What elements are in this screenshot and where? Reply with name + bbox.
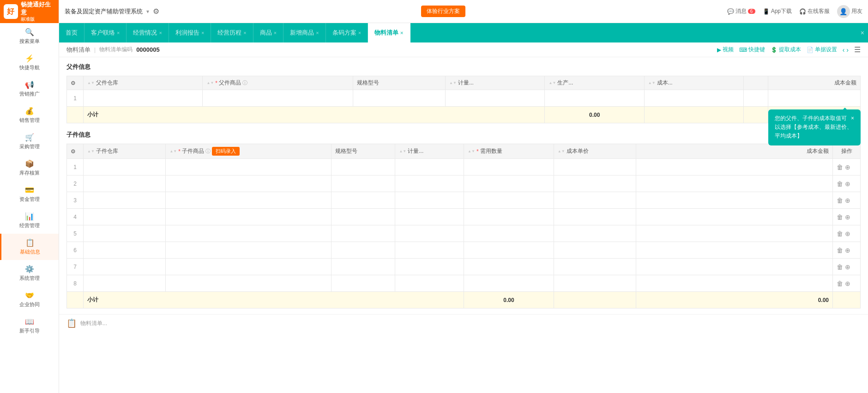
- sidebar-item-marketing[interactable]: 📢 营销推广: [0, 76, 59, 102]
- child-sort4[interactable]: ▲▼: [468, 150, 475, 153]
- tooltip-close-btn[interactable]: ×: [851, 114, 854, 123]
- child-sort5[interactable]: ▲▼: [558, 150, 565, 153]
- sort-icon[interactable]: ▲▼: [87, 81, 95, 85]
- tab-profit[interactable]: 利润报告 ×: [169, 23, 211, 42]
- sidebar-item-search[interactable]: 🔍 搜索菜单: [0, 23, 59, 49]
- child-r5-warehouse[interactable]: [84, 225, 166, 242]
- child-r3-goods[interactable]: [166, 192, 332, 209]
- sidebar-item-shortcut[interactable]: ⚡ 快捷导航: [0, 49, 59, 76]
- sidebar-item-collab[interactable]: 🤝 企业协同: [0, 286, 59, 313]
- sidebar-item-system[interactable]: ⚙️ 系统管理: [0, 260, 59, 286]
- child-r4-unit-cost[interactable]: [554, 209, 636, 225]
- sidebar-item-finance[interactable]: 💳 资金管理: [0, 181, 59, 207]
- delete-icon-r7[interactable]: 🗑: [837, 263, 843, 271]
- child-r8-warehouse[interactable]: [84, 275, 166, 292]
- parent-cell-cost[interactable]: [644, 90, 743, 107]
- sidebar-item-purchase[interactable]: 🛒 采购管理: [0, 128, 59, 155]
- tab-profit-close[interactable]: ×: [201, 30, 204, 36]
- child-r3-qty[interactable]: [464, 192, 554, 209]
- child-r5-goods[interactable]: [166, 225, 332, 242]
- sidebar-item-operations[interactable]: 📊 经营管理: [0, 207, 59, 234]
- child-r6-goods[interactable]: [166, 242, 332, 259]
- child-r5-spec[interactable]: [332, 225, 395, 242]
- tab-barcode-close[interactable]: ×: [358, 30, 361, 36]
- child-col-settings[interactable]: ⚙: [67, 144, 84, 159]
- delete-icon-r4[interactable]: 🗑: [837, 213, 843, 221]
- child-r7-unit[interactable]: [395, 259, 464, 275]
- child-r6-warehouse[interactable]: [84, 242, 166, 259]
- tab-barcode[interactable]: 条码方案 ×: [326, 23, 368, 42]
- app-download-tool[interactable]: 📱 App下载: [763, 7, 792, 15]
- shortcut-btn[interactable]: ⌨ 快捷键: [739, 46, 765, 54]
- child-r2-spec[interactable]: [332, 175, 395, 192]
- tab-bom[interactable]: 物料清单 ×: [368, 23, 410, 42]
- delete-icon-r3[interactable]: 🗑: [837, 197, 843, 204]
- child-r4-spec[interactable]: [332, 209, 395, 225]
- copy-icon-r4[interactable]: ⊕: [845, 213, 850, 221]
- child-r8-unit-cost[interactable]: [554, 275, 636, 292]
- copy-icon-r5[interactable]: ⊕: [845, 230, 850, 237]
- child-r2-unit[interactable]: [395, 175, 464, 192]
- child-r6-spec[interactable]: [332, 242, 395, 259]
- online-service-tool[interactable]: 🎧 在线客服: [799, 7, 830, 15]
- child-r1-unit-cost[interactable]: [554, 159, 636, 175]
- child-r4-unit[interactable]: [395, 209, 464, 225]
- child-r3-unit[interactable]: [395, 192, 464, 209]
- child-r1-warehouse[interactable]: [84, 159, 166, 175]
- extract-cost-btn[interactable]: 💲 提取成本: [771, 46, 801, 54]
- parent-cell-warehouse[interactable]: [84, 90, 203, 107]
- tab-operations-close[interactable]: ×: [159, 30, 162, 36]
- child-r5-qty[interactable]: [464, 225, 554, 242]
- tab-new-goods[interactable]: 新增商品 ×: [283, 23, 326, 42]
- child-r1-goods[interactable]: [166, 159, 332, 175]
- try-button[interactable]: 体验行业方案: [421, 6, 465, 17]
- settings-icon[interactable]: ⚙: [153, 7, 159, 16]
- delete-icon-r2[interactable]: 🗑: [837, 180, 843, 187]
- child-r7-warehouse[interactable]: [84, 259, 166, 275]
- sidebar-item-basic-info[interactable]: 📋 基础信息: [0, 234, 59, 260]
- tab-new-goods-close[interactable]: ×: [316, 30, 319, 36]
- tab-bar-close[interactable]: ×: [857, 29, 868, 36]
- child-r4-goods[interactable]: [166, 209, 332, 225]
- parent-cell-produce[interactable]: [545, 90, 644, 107]
- tab-operations[interactable]: 经营情况 ×: [127, 23, 169, 42]
- tab-goods-close[interactable]: ×: [274, 30, 277, 36]
- delete-icon-r8[interactable]: 🗑: [837, 280, 843, 287]
- copy-icon-r6[interactable]: ⊕: [845, 247, 850, 254]
- single-settings-btn[interactable]: 📄 单据设置: [807, 46, 837, 54]
- child-r6-qty[interactable]: [464, 242, 554, 259]
- copy-icon-r7[interactable]: ⊕: [845, 263, 850, 271]
- tab-history-close[interactable]: ×: [243, 30, 246, 36]
- message-tool[interactable]: 💬 消息 6: [727, 7, 755, 15]
- child-sort2[interactable]: ▲▼: [169, 150, 177, 153]
- child-r1-qty[interactable]: [464, 159, 554, 175]
- tab-customer-close[interactable]: ×: [117, 30, 120, 36]
- child-r8-qty[interactable]: [464, 275, 554, 292]
- parent-cell-goods[interactable]: [203, 90, 353, 107]
- sidebar-item-sales[interactable]: 💰 销售管理: [0, 102, 59, 128]
- info-icon[interactable]: ⓘ: [242, 79, 247, 86]
- user-tool[interactable]: 👤 用友: [837, 5, 862, 18]
- tab-bom-close[interactable]: ×: [400, 30, 403, 36]
- delete-icon-r6[interactable]: 🗑: [837, 247, 843, 254]
- child-r7-unit-cost[interactable]: [554, 259, 636, 275]
- child-r2-qty[interactable]: [464, 175, 554, 192]
- copy-icon-r3[interactable]: ⊕: [845, 197, 850, 204]
- child-info-icon[interactable]: ⓘ: [205, 148, 211, 155]
- child-r1-unit[interactable]: [395, 159, 464, 175]
- parent-cell-unit[interactable]: [446, 90, 545, 107]
- layout-icon[interactable]: ☰: [854, 45, 861, 54]
- parent-col-settings[interactable]: ⚙: [67, 76, 84, 90]
- child-r7-qty[interactable]: [464, 259, 554, 275]
- delete-icon-r5[interactable]: 🗑: [837, 230, 843, 237]
- child-r2-warehouse[interactable]: [84, 175, 166, 192]
- sort-icon3[interactable]: ▲▼: [449, 81, 457, 85]
- child-r4-qty[interactable]: [464, 209, 554, 225]
- tab-customer[interactable]: 客户联络 ×: [84, 23, 127, 42]
- sidebar-item-inventory[interactable]: 📦 库存核算: [0, 155, 59, 181]
- child-sort3[interactable]: ▲▼: [399, 150, 406, 153]
- child-r7-goods[interactable]: [166, 259, 332, 275]
- sort-icon2[interactable]: ▲▼: [206, 81, 214, 85]
- child-r7-spec[interactable]: [332, 259, 395, 275]
- dropdown-icon[interactable]: ▾: [146, 8, 149, 15]
